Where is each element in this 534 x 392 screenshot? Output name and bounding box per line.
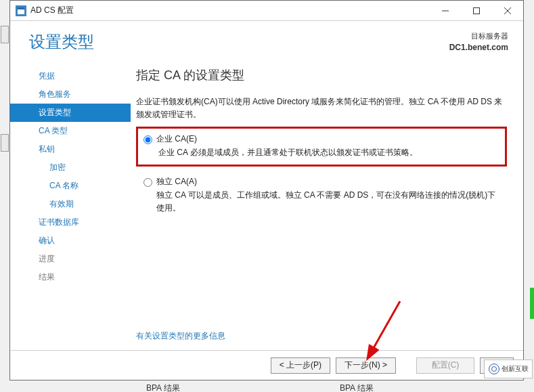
watermark-icon xyxy=(489,364,499,374)
bg-stub-a xyxy=(1,26,9,43)
bpa-result-left: BPA 结果 xyxy=(146,383,180,392)
radio-enterprise-ca-desc: 企业 CA 必须是域成员，并且通常处于联机状态以颁发证书或证书策略。 xyxy=(143,145,499,159)
bpa-result-right: BPA 结果 xyxy=(340,383,374,392)
configure-button: 配置(C) xyxy=(416,357,474,374)
svg-rect-3 xyxy=(474,7,480,14)
prev-button[interactable]: < 上一步(P) xyxy=(271,357,330,374)
sidebar-item-5[interactable]: 加密 xyxy=(10,158,131,177)
sidebar-item-4[interactable]: 私钥 xyxy=(10,140,131,158)
next-button[interactable]: 下一步(N) > xyxy=(336,357,396,374)
target-server: 目标服务器 DC1.benet.com xyxy=(449,30,508,54)
footer: < 上一步(P) 下一步(N) > 配置(C) 取消 xyxy=(10,350,523,380)
app-icon xyxy=(16,5,26,16)
sidebar-item-0[interactable]: 凭据 xyxy=(10,67,131,85)
radio-enterprise-ca-input[interactable] xyxy=(143,135,152,144)
more-info: 有关设置类型的更多信息 xyxy=(136,330,510,350)
radio-enterprise-ca-label: 企业 CA(E) xyxy=(156,133,197,145)
main-description: 企业证书颁发机构(CA)可以使用 Active Directory 域服务来简化… xyxy=(136,95,510,121)
sidebar-item-3[interactable]: CA 类型 xyxy=(10,122,131,140)
window-title: AD CS 配置 xyxy=(30,5,430,16)
close-button[interactable] xyxy=(492,1,523,21)
watermark: 创新互联 xyxy=(484,360,533,378)
option-standalone: 独立 CA(A) 独立 CA 可以是成员、工作组或域。独立 CA 不需要 AD … xyxy=(143,176,507,215)
minimize-button[interactable] xyxy=(430,1,461,21)
radio-standalone-ca-label: 独立 CA(A) xyxy=(156,176,197,188)
bg-stub-b xyxy=(1,134,9,152)
more-info-link[interactable]: 有关设置类型的更多信息 xyxy=(136,331,225,341)
watermark-text: 创新互联 xyxy=(502,364,529,374)
sidebar-item-8[interactable]: 证书数据库 xyxy=(10,213,131,232)
maximize-button[interactable] xyxy=(461,1,492,21)
sidebar-item-2[interactable]: 设置类型 xyxy=(10,104,131,122)
sidebar-item-1[interactable]: 角色服务 xyxy=(10,85,131,104)
body: 凭据角色服务设置类型CA 类型私钥加密CA 名称有效期证书数据库确认进度结果 指… xyxy=(10,63,523,350)
sidebar-item-6[interactable]: CA 名称 xyxy=(10,177,131,195)
target-server-value: DC1.benet.com xyxy=(449,41,508,53)
page-header: 设置类型 目标服务器 DC1.benet.com xyxy=(10,21,523,63)
radio-standalone-ca-desc: 独立 CA 可以是成员、工作组或域。独立 CA 不需要 AD DS，可在没有网络… xyxy=(143,188,507,215)
dialog-window: AD CS 配置 设置类型 目标服务器 DC1.benet.com 凭据角色服务… xyxy=(9,0,524,380)
radio-standalone-ca[interactable]: 独立 CA(A) xyxy=(143,176,507,188)
target-server-label: 目标服务器 xyxy=(449,30,508,42)
sidebar: 凭据角色服务设置类型CA 类型私钥加密CA 名称有效期证书数据库确认进度结果 xyxy=(10,63,131,350)
green-side-bar xyxy=(530,288,534,319)
titlebar: AD CS 配置 xyxy=(10,1,523,21)
sidebar-item-10: 进度 xyxy=(10,250,131,268)
page-title: 设置类型 xyxy=(29,31,94,53)
main-title: 指定 CA 的设置类型 xyxy=(136,63,510,95)
sidebar-item-9[interactable]: 确认 xyxy=(10,232,131,250)
main-pane: 指定 CA 的设置类型 企业证书颁发机构(CA)可以使用 Active Dire… xyxy=(131,63,523,350)
svg-rect-1 xyxy=(18,7,24,9)
sidebar-item-7[interactable]: 有效期 xyxy=(10,195,131,213)
radio-enterprise-ca[interactable]: 企业 CA(E) xyxy=(143,133,499,145)
sidebar-item-11: 结果 xyxy=(10,268,131,286)
radio-standalone-ca-input[interactable] xyxy=(143,178,152,187)
option-enterprise-highlight: 企业 CA(E) 企业 CA 必须是域成员，并且通常处于联机状态以颁发证书或证书… xyxy=(136,127,507,166)
